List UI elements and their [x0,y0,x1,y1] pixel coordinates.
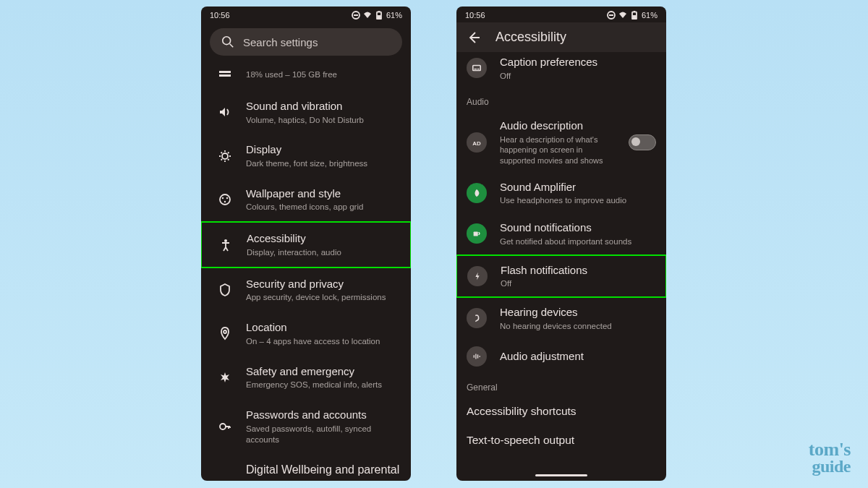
back-icon[interactable] [467,30,481,45]
svg-point-16 [220,424,226,429]
battery-icon [630,11,639,20]
hearing-icon [467,308,487,328]
status-bar: 10:56 61% [201,7,411,22]
svg-rect-20 [634,11,635,12]
svg-point-11 [222,197,224,199]
wifi-icon [363,11,372,20]
svg-line-6 [230,44,234,47]
settings-item-security[interactable]: Security and privacy App security, devic… [201,268,411,312]
search-placeholder: Search settings [243,36,318,48]
item-accessibility-shortcuts[interactable]: Accessibility shortcuts [456,397,666,426]
emergency-icon [217,369,233,385]
settings-item-passwords[interactable]: Passwords and accounts Saved passwords, … [201,399,411,453]
key-icon [217,419,233,435]
status-bar: 10:56 61% [456,7,666,22]
settings-item-display[interactable]: Display Dark theme, font size, brightnes… [201,134,411,177]
svg-rect-4 [377,15,380,19]
svg-text:AD: AD [472,140,481,146]
svg-rect-21 [632,15,636,19]
item-audio-adjustment[interactable]: Audio adjustment [456,339,666,374]
svg-point-15 [224,330,226,333]
section-audio-label: Audio [456,88,666,111]
settings-item-wellbeing[interactable]: Digital Wellbeing and parental [201,453,411,481]
nav-indicator[interactable] [535,474,587,476]
battery-icon [375,11,383,20]
svg-point-10 [220,194,230,205]
settings-item-safety[interactable]: Safety and emergency Emergency SOS, medi… [201,356,411,399]
svg-rect-30 [480,356,480,357]
settings-item-wallpaper[interactable]: Wallpaper and style Colours, themed icon… [201,178,411,221]
item-caption-preferences[interactable]: Caption preferences Off [456,48,666,88]
svg-point-13 [224,201,226,202]
caption-icon [467,58,487,78]
audio-description-toggle[interactable] [629,134,656,150]
sound-amplifier-icon [467,183,487,203]
item-sound-amplifier[interactable]: Sound Amplifier Use headphones to improv… [456,173,666,213]
flash-icon [467,266,488,286]
status-icons: 61% [607,11,658,20]
settings-item-location[interactable]: Location On – 4 apps have access to loca… [201,312,411,355]
svg-point-14 [224,239,227,242]
svg-rect-27 [474,355,475,358]
status-icons: 61% [352,11,402,20]
svg-rect-24 [477,69,480,69]
svg-rect-26 [474,232,478,236]
settings-item-accessibility[interactable]: Accessibility Display, interaction, audi… [201,221,411,267]
settings-item-storage[interactable]: 18% used – 105 GB free [201,57,411,90]
item-tts-output[interactable]: Text-to-speech output [456,426,666,455]
watermark: tom's guide [809,441,851,475]
settings-item-sound[interactable]: Sound and vibration Volume, haptics, Do … [201,90,411,134]
svg-rect-3 [378,11,380,12]
svg-rect-28 [475,354,476,359]
svg-rect-22 [473,66,481,71]
header-title: Accessibility [495,30,566,45]
wifi-icon [618,11,627,20]
accessibility-icon [218,237,234,253]
settings-list: 18% used – 105 GB free Sound and vibrati… [201,57,411,481]
phone-accessibility: 10:56 61% Accessibility Caption preferen… [456,7,666,481]
battery-percent: 61% [386,11,402,20]
item-hearing-devices[interactable]: Hearing devices No hearing devices conne… [456,298,666,338]
svg-rect-29 [477,354,478,358]
item-audio-description[interactable]: AD Audio description Hear a description … [456,111,666,172]
display-icon [217,148,233,164]
item-flash-notifications[interactable]: Flash notifications Off [456,254,666,298]
svg-point-12 [226,197,228,199]
svg-rect-7 [219,71,231,73]
dnd-icon [607,11,616,20]
svg-rect-23 [475,69,477,69]
storage-subtitle: 18% used – 105 GB free [246,69,401,80]
sound-icon [217,104,233,120]
item-sound-notifications[interactable]: Sound notifications Get notified about i… [456,213,666,254]
status-time: 10:56 [210,11,230,20]
search-icon [221,35,234,48]
svg-point-9 [222,153,228,159]
battery-percent: 61% [642,11,658,20]
audio-adjust-icon [467,346,487,367]
dnd-icon [352,11,360,20]
location-icon [217,325,233,341]
status-time: 10:56 [465,11,485,20]
sound-notifications-icon [467,223,487,244]
storage-icon [217,66,233,82]
phone-settings-main: 10:56 61% Search settings 18% used – 105… [201,7,411,481]
audio-description-icon: AD [467,132,487,153]
wallpaper-icon [217,192,233,207]
wellbeing-icon [217,462,233,478]
svg-rect-8 [219,74,231,77]
svg-point-5 [223,37,231,45]
shield-icon [217,282,233,298]
search-settings[interactable]: Search settings [210,28,402,56]
section-general-label: General [456,374,666,397]
